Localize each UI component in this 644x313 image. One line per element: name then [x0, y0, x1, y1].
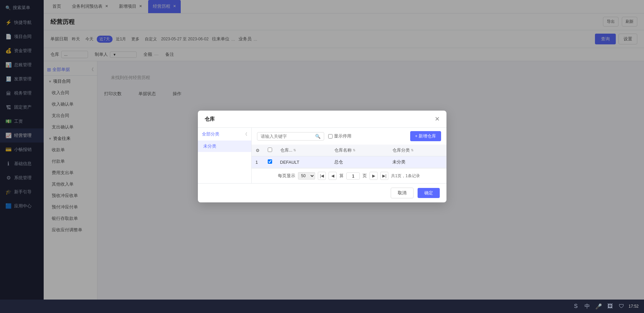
warehouse-table-body: 1 DEFAULT 总仓 未分类 [252, 156, 446, 168]
dialog-body: 全部分类 《 未分类 🔍 [198, 128, 446, 183]
dialog-pagination: 每页显示 50 10 20 100 |◀ ◀ 算 页 ▶ ▶| 共1页，1条记录 [252, 168, 446, 183]
dialog-title: 仓库 [205, 116, 215, 122]
search-icon: 🔍 [315, 134, 320, 139]
taskbar-icon-5[interactable]: 🛡 [617, 302, 626, 311]
row-name: 总仓 [330, 156, 388, 168]
dialog-jump-label: 算 [339, 173, 344, 179]
taskbar-icon-1[interactable]: S [571, 302, 580, 311]
col-checkbox-header [264, 145, 276, 156]
data-table: ⚙ 仓库... ⇅ [252, 145, 446, 168]
row-checkbox[interactable] [264, 156, 276, 168]
col-category-header: 仓库分类 ⇅ [388, 145, 446, 156]
category-all-header[interactable]: 全部分类 《 [198, 128, 251, 141]
row-code: DEFAULT [276, 156, 331, 168]
dialog-overlay: 仓库 ✕ 全部分类 《 未分类 [0, 0, 644, 313]
search-box: 🔍 [257, 132, 324, 141]
next-page-btn[interactable]: ▶ [370, 172, 378, 180]
taskbar-icon-2[interactable]: 中 [583, 302, 592, 311]
taskbar-icon-4[interactable]: 🖼 [606, 302, 614, 311]
col-name-sort[interactable]: 仓库名称 ⇅ [334, 147, 384, 153]
row-category: 未分类 [388, 156, 446, 168]
table-panel: 🔍 显示停用 + 新增仓库 [252, 128, 446, 183]
add-warehouse-button[interactable]: + 新增仓库 [410, 131, 441, 141]
taskbar: S 中 🎤 🖼 🛡 17:52 [0, 300, 644, 313]
category-items: 未分类 [198, 141, 251, 152]
dialog-per-page-label: 每页显示 [278, 173, 295, 179]
sort-icon-category: ⇅ [411, 149, 414, 152]
show-disabled-label[interactable]: 显示停用 [328, 133, 351, 139]
first-page-btn[interactable]: |◀ [318, 172, 326, 180]
dialog-page-size-select[interactable]: 50 10 20 100 [298, 172, 315, 180]
taskbar-icon-3[interactable]: 🎤 [594, 302, 603, 311]
taskbar-time: 17:52 [629, 304, 639, 309]
show-disabled-checkbox[interactable] [328, 134, 333, 139]
warehouse-dialog: 仓库 ✕ 全部分类 《 未分类 [198, 111, 446, 202]
last-page-btn[interactable]: ▶| [380, 172, 388, 180]
sort-icon-name: ⇅ [353, 149, 355, 152]
category-collapse-icon[interactable]: 《 [243, 131, 247, 137]
col-settings: ⚙ [252, 145, 264, 156]
settings-col-icon[interactable]: ⚙ [256, 148, 260, 153]
category-panel: 全部分类 《 未分类 [198, 128, 252, 183]
dialog-total-info: 共1页，1条记录 [391, 173, 420, 179]
cancel-button[interactable]: 取消 [391, 188, 414, 198]
search-input[interactable] [261, 134, 313, 139]
select-all-checkbox[interactable] [268, 148, 272, 152]
dialog-page-input[interactable] [346, 172, 360, 180]
dialog-page-label: 页 [362, 173, 367, 179]
col-code-sort[interactable]: 仓库... ⇅ [280, 147, 327, 153]
sort-icon-code: ⇅ [293, 149, 296, 152]
dialog-close-button[interactable]: ✕ [435, 115, 440, 123]
prev-page-btn[interactable]: ◀ [329, 172, 337, 180]
dialog-header: 仓库 ✕ [198, 111, 446, 128]
table-row[interactable]: 1 DEFAULT 总仓 未分类 [252, 156, 446, 168]
col-code-header: 仓库... ⇅ [276, 145, 331, 156]
table-toolbar: 🔍 显示停用 + 新增仓库 [252, 128, 446, 145]
col-category-sort[interactable]: 仓库分类 ⇅ [392, 147, 442, 153]
category-all-label: 全部分类 [202, 131, 219, 137]
warehouse-table: ⚙ 仓库... ⇅ [252, 145, 446, 168]
table-header-row: ⚙ 仓库... ⇅ [252, 145, 446, 156]
cat-item-未分类[interactable]: 未分类 [198, 141, 251, 152]
confirm-button[interactable]: 确定 [418, 188, 440, 198]
col-name-header: 仓库名称 ⇅ [330, 145, 388, 156]
dialog-footer: 取消 确定 [198, 183, 446, 202]
row-num: 1 [252, 156, 264, 168]
show-disabled-text: 显示停用 [334, 133, 351, 139]
